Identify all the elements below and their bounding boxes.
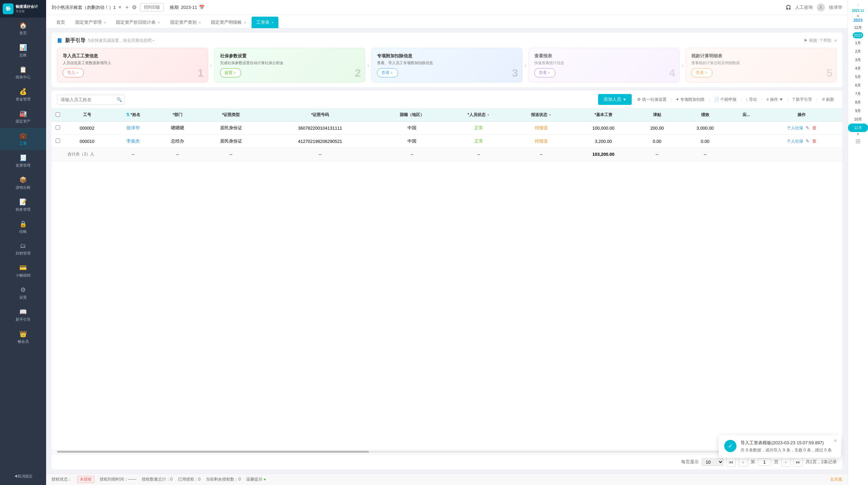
calendar-down-button[interactable]: ▼ [856, 132, 860, 136]
id-type-2: 居民身份证 [199, 135, 263, 148]
account-selector[interactable]: 刘小艳演示账套（勿删勿动！）1 ▼ [52, 4, 122, 11]
next-page-button[interactable]: › [781, 457, 791, 467]
status-2: 正常 [474, 138, 483, 144]
step-5-btn[interactable]: 查看＞ [691, 68, 712, 77]
sidebar-item-settings[interactable]: ⚙ 设置 [0, 282, 46, 304]
sidebar-item-inventory[interactable]: 📦 进销台账 [0, 172, 46, 194]
page-input[interactable] [758, 459, 771, 466]
switch-version-button[interactable]: 切到旧版 [140, 3, 164, 12]
step-4-btn[interactable]: 查看＞ [534, 68, 555, 77]
calendar-expand-icon[interactable]: ⊞ [855, 137, 861, 145]
base-salary-1: 100,000.00 [572, 122, 635, 135]
remaining-auth-label: 当前剩余授权数：0 [206, 477, 241, 482]
action-del-2[interactable]: 🗑 [812, 138, 816, 144]
guide-video-link[interactable]: ▶ 视频 [804, 38, 817, 43]
row-2-checkbox[interactable] [56, 138, 60, 143]
refresh-btn[interactable]: ↺ 刷新 [819, 95, 837, 104]
row-1-checkbox[interactable] [56, 125, 60, 130]
calendar-up-button[interactable]: ▲ [856, 13, 860, 17]
tab-asset-detail[interactable]: 固定资产明细账 × [206, 17, 251, 28]
period-selector[interactable]: 账期 2023-11 📅 [170, 4, 204, 11]
sidebar-item-invoice[interactable]: 🧾 发票管理 [0, 150, 46, 172]
month-5[interactable]: 5月 [848, 73, 868, 81]
sidebar-item-guide[interactable]: 📖 新手引导 [0, 304, 46, 326]
toast-close-button[interactable]: × [834, 438, 837, 443]
sidebar-item-ledger[interactable]: 📊 总账 [0, 40, 46, 62]
sidebar-item-member[interactable]: 👑 畅会员 [0, 326, 46, 348]
add-btn-dropdown-icon: ▼ [623, 97, 626, 101]
cancel-fixed-button[interactable]: ◀取消固定 [3, 471, 43, 482]
month-12[interactable]: 12月 [848, 23, 868, 32]
special-deduction-btn[interactable]: ✦ 专项附加扣除 [673, 95, 707, 104]
month-1[interactable]: 1月 [848, 39, 868, 47]
guide-btn[interactable]: ? 新手引导 [790, 95, 815, 104]
prev-page-button[interactable]: ‹ [738, 457, 748, 467]
step-1-btn[interactable]: 导入＞ [63, 68, 84, 77]
sidebar-item-reports[interactable]: 📋 报表中心 [0, 62, 46, 84]
tabbar: 首页 固定资产管理 × 固定资产折旧统计表 × 固定资产类别 × 固定资产明细账… [46, 15, 848, 29]
month-10[interactable]: 10月 [848, 115, 868, 124]
add-account-button[interactable]: + [125, 4, 129, 11]
sidebar-item-fixed-assets[interactable]: 🏭 固定资产 [0, 106, 46, 128]
content-area: 📘 新手引导 5步快速完成设置，快去完善信息吧～ ▶ 视频 ? 帮助 × [46, 29, 848, 473]
sidebar-item-salary[interactable]: 💼 工资 [0, 128, 46, 150]
step-2-btn[interactable]: 设置＞ [220, 68, 241, 77]
tab-close-salary-table[interactable]: × [272, 20, 274, 24]
action-social-2[interactable]: 个人社保 [787, 139, 803, 144]
app-logo: 畅 畅捷通好会计 专业版 [0, 0, 46, 18]
month-7[interactable]: 7月 [848, 90, 868, 98]
guide-help-link[interactable]: ? 帮助 [820, 38, 831, 43]
sidebar-item-tax[interactable]: 📝 税务管理 [0, 194, 46, 216]
emp-name-2[interactable]: 李俊杰 [126, 138, 140, 144]
sidebar: 畅 畅捷通好会计 专业版 🏠 首页 📊 总账 📋 报表中心 💰 资金管理 🏭 固… [0, 0, 46, 485]
sidebar-item-home[interactable]: 🏠 首页 [0, 18, 46, 40]
tab-close-asset-detail[interactable]: × [244, 20, 246, 24]
month-6[interactable]: 6月 [848, 81, 868, 90]
calendar-year-label: 2023.11 [851, 8, 865, 13]
upgrade-link[interactable]: 去充值 [830, 477, 842, 482]
tab-close-depreciation[interactable]: × [158, 20, 160, 24]
tab-fixed-assets[interactable]: 固定资产管理 × [71, 17, 111, 28]
guide-desc: 5步快速完成设置，快去完善信息吧～ [88, 38, 156, 43]
month-4[interactable]: 4月 [848, 64, 868, 73]
tab-salary-table[interactable]: 工资表 × [252, 17, 278, 28]
performance-1: 3,000.00 [679, 122, 731, 135]
step-3-btn[interactable]: 查看＞ [377, 68, 398, 77]
first-page-button[interactable]: ⏮ [726, 457, 736, 467]
sidebar-item-funds[interactable]: 💰 资金管理 [0, 84, 46, 106]
month-3[interactable]: 3月 [848, 56, 868, 64]
col-base-salary: *基本工资 [572, 109, 635, 122]
select-all-checkbox[interactable] [56, 112, 60, 117]
month-2[interactable]: 2月 [848, 47, 868, 56]
panel-collapse-button[interactable]: › [856, 1, 860, 8]
tab-close-asset-type[interactable]: × [199, 20, 201, 24]
status-filter-icon[interactable]: ▼ [487, 113, 490, 117]
last-page-button[interactable]: ⏭ [793, 457, 803, 467]
tax-report-btn[interactable]: 📄 个税申报 [711, 95, 739, 104]
sidebar-item-close[interactable]: 🔒 结账 [0, 216, 46, 238]
report-filter-icon[interactable]: ▼ [548, 113, 552, 117]
action-social-1[interactable]: 个人社保 [787, 126, 803, 130]
month-11-selected[interactable]: 11月 [848, 124, 868, 132]
social-insurance-btn[interactable]: ⚙ 统一社保设置 [634, 95, 669, 104]
tab-depreciation[interactable]: 固定资产折旧统计表 × [111, 17, 164, 28]
sidebar-item-archive[interactable]: 🗂 归档管理 [0, 238, 46, 260]
settings-gear-icon[interactable]: ⚙ [132, 4, 137, 11]
tab-home[interactable]: 首页 [52, 17, 70, 28]
tab-asset-type[interactable]: 固定资产类别 × [165, 17, 205, 28]
emp-name-1[interactable]: 徐泽华 [126, 125, 140, 130]
warning-label: 温馨提示 ● [246, 477, 266, 482]
sidebar-item-expense[interactable]: 💳 小畅报销 [0, 260, 46, 282]
month-9[interactable]: 9月 [848, 107, 868, 115]
guide-close-button[interactable]: × [834, 38, 837, 43]
add-employee-button[interactable]: 添加人员 ▼ [598, 94, 632, 105]
operations-btn[interactable]: ≡ 操作 ▼ [764, 95, 786, 104]
search-input[interactable] [57, 95, 125, 105]
page-size-select[interactable]: 10 20 50 [702, 458, 724, 466]
month-8[interactable]: 8月 [848, 98, 868, 107]
action-del-1[interactable]: 🗑 [812, 125, 816, 130]
tab-close-fixed-assets[interactable]: × [104, 20, 106, 24]
export-btn[interactable]: ↓ 导出 [743, 95, 760, 104]
action-edit-1[interactable]: ✎ [806, 125, 809, 130]
action-edit-2[interactable]: ✎ [806, 138, 809, 144]
